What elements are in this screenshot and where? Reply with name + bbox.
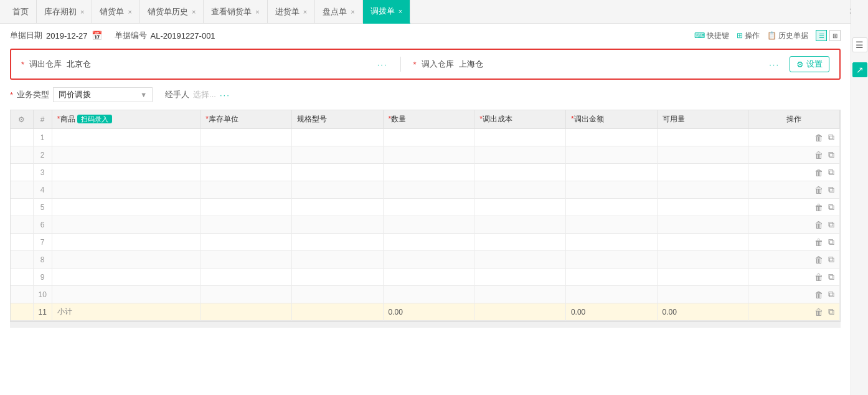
row-spec-cell[interactable] xyxy=(291,199,383,216)
shortcuts-link[interactable]: ⌨ 快捷键 xyxy=(694,31,729,41)
row-copy-icon[interactable]: ⧉ xyxy=(828,254,834,265)
row-amount-cell[interactable] xyxy=(565,146,657,164)
row-product-cell[interactable] xyxy=(52,146,200,164)
row-cost-cell[interactable] xyxy=(474,129,566,146)
warehouse-in-more[interactable]: ··· xyxy=(769,60,780,69)
row-copy-icon[interactable]: ⧉ xyxy=(828,272,834,282)
row-qty-cell[interactable] xyxy=(383,164,474,181)
row-unit-cell[interactable] xyxy=(200,269,292,286)
row-product-cell[interactable] xyxy=(52,269,200,286)
warehouse-out-more[interactable]: ··· xyxy=(377,60,388,69)
row-amount-cell[interactable] xyxy=(565,234,657,251)
row-cost-cell[interactable] xyxy=(474,286,566,303)
row-unit-cell[interactable] xyxy=(200,216,292,234)
row-product-cell[interactable] xyxy=(52,199,200,216)
row-qty-cell[interactable] xyxy=(383,146,474,164)
row-qty-cell[interactable] xyxy=(383,286,474,303)
tab-transfer[interactable]: 调拨单 × xyxy=(363,0,410,24)
row-product-cell[interactable] xyxy=(52,129,200,146)
row-qty-cell[interactable] xyxy=(383,251,474,269)
tab-home[interactable]: 首页 xyxy=(5,0,37,24)
row-copy-icon[interactable]: ⧉ xyxy=(828,184,834,195)
tab-view-sales-close[interactable]: × xyxy=(255,8,259,16)
row-spec-cell[interactable] xyxy=(291,181,383,199)
row-cost-cell[interactable] xyxy=(474,234,566,251)
row-product-cell[interactable] xyxy=(52,164,200,181)
row-delete-icon[interactable]: 🗑 xyxy=(814,290,823,300)
row-spec-cell[interactable] xyxy=(291,129,383,146)
row-product-cell[interactable] xyxy=(52,234,200,251)
tab-stocktake[interactable]: 盘点单 × xyxy=(315,0,362,24)
layout-icon-grid[interactable]: ⊞ xyxy=(829,30,841,41)
row-cost-cell[interactable] xyxy=(474,216,566,234)
row-amount-cell[interactable] xyxy=(565,164,657,181)
row-qty-cell[interactable] xyxy=(383,181,474,199)
row-product-cell[interactable] xyxy=(52,181,200,199)
row-amount-cell[interactable] xyxy=(565,129,657,146)
row-cost-cell[interactable] xyxy=(474,164,566,181)
tab-inventory-init-close[interactable]: × xyxy=(80,8,84,16)
row-amount-cell[interactable] xyxy=(565,286,657,303)
row-spec-cell[interactable] xyxy=(291,216,383,234)
row-product-cell[interactable] xyxy=(52,251,200,269)
tab-inventory-init[interactable]: 库存期初 × xyxy=(37,0,92,24)
row-qty-cell[interactable] xyxy=(383,216,474,234)
row-unit-cell[interactable] xyxy=(200,199,292,216)
row-spec-cell[interactable] xyxy=(291,251,383,269)
tab-transfer-close[interactable]: × xyxy=(399,7,402,15)
row-unit-cell[interactable] xyxy=(200,234,292,251)
tab-sales-history[interactable]: 销货单历史 × xyxy=(140,0,204,24)
row-product-cell[interactable] xyxy=(52,286,200,303)
horizontal-scrollbar[interactable] xyxy=(10,321,841,328)
handler-placeholder[interactable]: 选择... xyxy=(193,89,216,100)
row-spec-cell[interactable] xyxy=(291,269,383,286)
tab-stocktake-close[interactable]: × xyxy=(351,8,354,16)
row-unit-cell[interactable] xyxy=(200,146,292,164)
row-product-cell[interactable] xyxy=(52,216,200,234)
row-unit-cell[interactable] xyxy=(200,181,292,199)
side-icon-list[interactable]: ☰ xyxy=(852,37,867,52)
row-cost-cell[interactable] xyxy=(474,251,566,269)
row-unit-cell[interactable] xyxy=(200,286,292,303)
row-copy-icon[interactable]: ⧉ xyxy=(828,289,834,300)
row-amount-cell[interactable] xyxy=(565,216,657,234)
row-amount-cell[interactable] xyxy=(565,251,657,269)
row-qty-cell[interactable] xyxy=(383,269,474,286)
row-copy-icon[interactable]: ⧉ xyxy=(828,132,834,143)
row-spec-cell[interactable] xyxy=(291,146,383,164)
row-delete-icon[interactable]: 🗑 xyxy=(814,237,823,247)
row-qty-cell[interactable] xyxy=(383,234,474,251)
row-cost-cell[interactable] xyxy=(474,269,566,286)
row-unit-cell[interactable] xyxy=(200,251,292,269)
row-copy-icon[interactable]: ⧉ xyxy=(828,219,834,230)
business-type-select[interactable]: 同价调拨 ▼ xyxy=(53,87,153,102)
row-delete-icon[interactable]: 🗑 xyxy=(814,272,823,282)
row-delete-icon[interactable]: 🗑 xyxy=(814,168,823,178)
row-spec-cell[interactable] xyxy=(291,286,383,303)
row-spec-cell[interactable] xyxy=(291,164,383,181)
row-delete-icon[interactable]: 🗑 xyxy=(814,133,823,143)
calendar-icon[interactable]: 📅 xyxy=(92,31,102,40)
row-cost-cell[interactable] xyxy=(474,199,566,216)
tab-sales-order-close[interactable]: × xyxy=(128,8,131,16)
row-amount-cell[interactable] xyxy=(565,181,657,199)
history-link[interactable]: 📋 历史单据 xyxy=(767,31,808,41)
row-spec-cell[interactable] xyxy=(291,234,383,251)
row-delete-icon[interactable]: 🗑 xyxy=(814,150,823,160)
tab-purchase[interactable]: 进货单 × xyxy=(268,0,315,24)
tab-purchase-close[interactable]: × xyxy=(303,8,307,16)
row-delete-icon[interactable]: 🗑 xyxy=(814,307,823,317)
settings-button[interactable]: ⚙ 设置 xyxy=(790,56,829,72)
row-copy-icon[interactable]: ⧉ xyxy=(828,202,834,212)
row-cost-cell[interactable] xyxy=(474,146,566,164)
tab-sales-order[interactable]: 销货单 × xyxy=(92,0,139,24)
operations-link[interactable]: ⊞ 操作 xyxy=(737,31,760,41)
row-delete-icon[interactable]: 🗑 xyxy=(814,220,823,230)
row-qty-cell[interactable] xyxy=(383,199,474,216)
row-copy-icon[interactable]: ⧉ xyxy=(828,167,834,178)
row-amount-cell[interactable] xyxy=(565,269,657,286)
handler-more[interactable]: ··· xyxy=(220,90,230,100)
layout-icon-list[interactable]: ☰ xyxy=(816,30,827,41)
row-copy-icon[interactable]: ⧉ xyxy=(828,237,834,247)
row-delete-icon[interactable]: 🗑 xyxy=(814,185,823,195)
